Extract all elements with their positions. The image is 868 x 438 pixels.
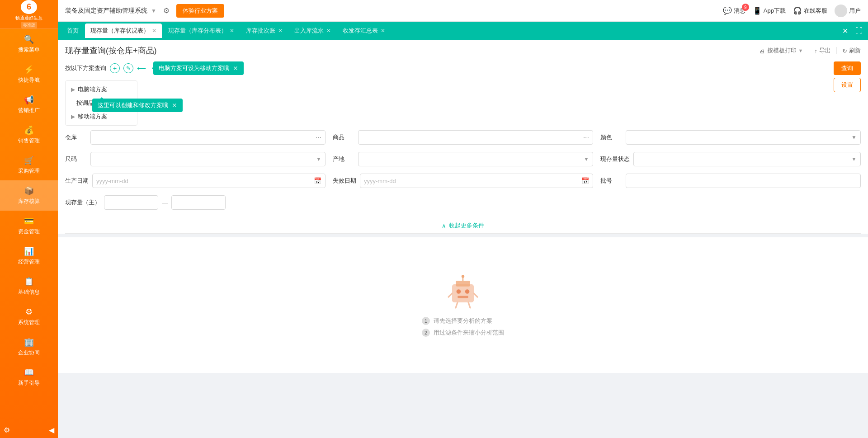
refresh-label: 刷新 xyxy=(849,47,861,55)
tab-bar: 首页 现存量（库存状况表） ✕ 现存量（库存分布表） ✕ 库存批次账 ✕ 出入库… xyxy=(58,22,868,40)
empty-hint-2: 2 用过滤条件来缩小分析范围 xyxy=(422,329,504,337)
search-button[interactable]: 查询 xyxy=(834,61,861,75)
collapse-label: 收起更多条件 xyxy=(449,221,484,230)
scheme-tree-pc[interactable]: ▶ 电脑端方案 xyxy=(66,83,137,96)
svg-line-9 xyxy=(456,302,458,308)
support-action[interactable]: 🎧 在线客服 xyxy=(793,6,827,15)
tab-inventory-dist-label: 现存量（库存分布表） xyxy=(168,27,227,35)
app-icon: 📱 xyxy=(753,6,762,15)
tab-in-out[interactable]: 出入库流水 ✕ xyxy=(289,24,336,38)
stock-qty-from[interactable] xyxy=(104,195,158,210)
filter-origin: 产地 ▼ xyxy=(333,152,593,166)
print-icon: 🖨 xyxy=(760,47,765,54)
logo-title: 畅通通好生意 xyxy=(15,15,42,21)
pc-child-label: 按调品 xyxy=(76,99,94,107)
add-scheme-button[interactable]: + xyxy=(110,63,120,73)
sidebar-label-guide: 新手引导 xyxy=(18,379,40,387)
sidebar-item-purchase[interactable]: 🛒 采购管理 xyxy=(0,150,58,180)
refresh-icon: ↻ xyxy=(842,47,847,54)
close-all-tabs-icon[interactable]: ✕ xyxy=(840,25,850,37)
toolbar: 🖨 按模板打印 ▼ ↑ 导出 ↻ 刷新 xyxy=(760,47,861,55)
dropdown-arrow-icon[interactable]: ▼ xyxy=(151,8,156,14)
tooltip1-close[interactable]: ✕ xyxy=(233,65,238,72)
tab-bar-actions: ✕ ⛶ xyxy=(840,25,864,37)
toolbar-divider1 xyxy=(809,47,809,54)
sidebar-item-enterprise[interactable]: 🏢 企业协同 xyxy=(0,332,58,362)
settings-button[interactable]: ⚙ xyxy=(160,5,173,17)
tab-close-in-out[interactable]: ✕ xyxy=(326,28,331,34)
svg-line-8 xyxy=(474,293,477,297)
back-arrow-icon[interactable]: ⟵ xyxy=(137,65,146,72)
tab-close-batch-account[interactable]: ✕ xyxy=(278,28,283,34)
origin-select[interactable]: ▼ xyxy=(358,152,593,166)
svg-line-7 xyxy=(448,293,452,297)
tab-close-recv-summary[interactable]: ✕ xyxy=(381,28,385,34)
logo-icon: 6 xyxy=(21,0,37,14)
tab-home[interactable]: 首页 xyxy=(61,24,84,38)
stock-qty-to[interactable] xyxy=(171,195,226,210)
print-button[interactable]: 🖨 按模板打印 ▼ xyxy=(760,47,803,55)
maximize-icon[interactable]: ⛶ xyxy=(854,25,864,37)
origin-arrow-icon: ▼ xyxy=(584,156,589,162)
app-action[interactable]: 📱 App下载 xyxy=(753,6,786,15)
logo-badge: 标准版 xyxy=(21,22,37,28)
tooltip2-container: 这里可以创建和修改方案哦 ✕ xyxy=(92,99,183,112)
message-action[interactable]: 💬 9 消息 xyxy=(723,6,745,15)
tooltip2-close[interactable]: ✕ xyxy=(172,102,177,109)
sidebar-item-guide[interactable]: 📖 新手引导 xyxy=(0,362,58,392)
settings-icon[interactable]: ⚙ xyxy=(4,426,10,434)
produce-date-input[interactable]: yyyy-mm-dd 📅 xyxy=(92,174,326,188)
goods-input[interactable]: ··· xyxy=(358,130,593,145)
edit-scheme-button[interactable]: ✎ xyxy=(123,63,133,73)
sidebar-item-inventory[interactable]: 📦 库存核算 xyxy=(0,180,58,211)
sidebar-label-finance: 资金管理 xyxy=(18,228,40,235)
sidebar-label-sales: 销售管理 xyxy=(18,137,40,145)
sidebar-item-basic[interactable]: 📋 基础信息 xyxy=(0,271,58,301)
tooltip1-text: 电脑方案可设为移动方案哦 xyxy=(159,64,229,72)
tab-inventory-dist[interactable]: 现存量（库存分布表） ✕ xyxy=(163,24,240,38)
expire-date-input[interactable]: yyyy-mm-dd 📅 xyxy=(360,174,593,188)
industry-btn[interactable]: 体验行业方案 xyxy=(176,4,224,18)
tab-home-label: 首页 xyxy=(67,27,79,35)
filter-warehouse: 仓库 ··· xyxy=(65,130,326,145)
sidebar-item-marketing[interactable]: 📢 营销推广 xyxy=(0,89,58,120)
sidebar-item-quick[interactable]: ⚡ 快捷导航 xyxy=(0,59,58,89)
stock-status-select[interactable]: ▼ xyxy=(633,152,861,166)
system-icon: ⚙ xyxy=(25,307,33,317)
tab-close-inventory-dist[interactable]: ✕ xyxy=(230,28,234,34)
sidebar-label-inventory: 库存核算 xyxy=(18,198,40,205)
sidebar-item-finance[interactable]: 💳 资金管理 xyxy=(0,211,58,241)
batch-no-input[interactable] xyxy=(626,174,861,188)
sidebar-label-enterprise: 企业协同 xyxy=(18,349,40,357)
collapse-row[interactable]: ∧ 收起更多条件 xyxy=(65,218,861,234)
filter-grid-1: 仓库 ··· 商品 ··· 颜色 xyxy=(65,130,861,149)
warehouse-input[interactable]: ··· xyxy=(90,130,326,145)
sidebar-item-sales[interactable]: 💰 销售管理 xyxy=(0,120,58,150)
filter-area: 按以下方案查询 + ✎ ⟵ 电脑方案可设为移动方案哦 ✕ 查询 设置 xyxy=(58,58,868,234)
sidebar-item-operations[interactable]: 📊 经营管理 xyxy=(0,241,58,271)
support-label: 在线客服 xyxy=(804,7,827,15)
user-action[interactable]: 用户 xyxy=(835,5,861,17)
svg-rect-1 xyxy=(456,281,470,287)
tab-batch-account[interactable]: 库存批次账 ✕ xyxy=(241,24,288,38)
filter-goods: 商品 ··· xyxy=(333,130,593,145)
filter-batch-no: 批号 xyxy=(600,174,861,188)
tab-inventory-status-label: 现存量（库存状况表） xyxy=(90,27,149,35)
tab-close-inventory-status[interactable]: ✕ xyxy=(152,28,156,34)
produce-date-placeholder: yyyy-mm-dd xyxy=(96,178,128,184)
sidebar-item-search[interactable]: 🔍 搜索菜单 xyxy=(0,29,58,59)
collapse-up-icon: ∧ xyxy=(442,222,446,229)
tab-inventory-status[interactable]: 现存量（库存状况表） ✕ xyxy=(85,24,162,38)
sidebar-item-system[interactable]: ⚙ 系统管理 xyxy=(0,301,58,332)
export-button[interactable]: ↑ 导出 xyxy=(815,47,831,55)
export-icon: ↑ xyxy=(815,47,818,54)
tab-recv-summary[interactable]: 收发存汇总表 ✕ xyxy=(337,24,391,38)
color-select[interactable]: ▼ xyxy=(626,130,861,145)
refresh-button[interactable]: ↻ 刷新 xyxy=(842,47,861,55)
message-icon: 💬 xyxy=(723,6,732,15)
size-select[interactable]: ▼ xyxy=(90,152,326,166)
support-icon: 🎧 xyxy=(793,6,802,15)
sidebar-label-basic: 基础信息 xyxy=(18,288,40,296)
mobile-expand-icon: ▶ xyxy=(71,113,75,120)
collapse-sidebar-icon[interactable]: ◀ xyxy=(49,426,54,434)
